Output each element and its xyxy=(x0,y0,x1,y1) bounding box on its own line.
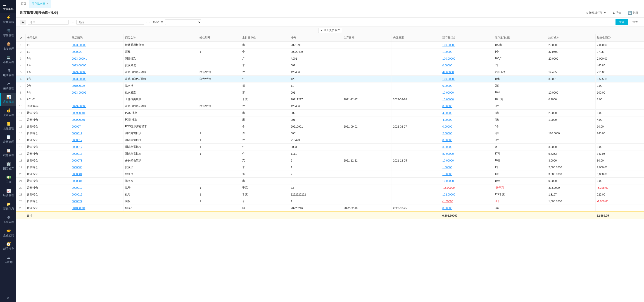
table-row[interactable]: 6 1号 0023-00008 富减（白色/巧情） 白色/巧情 件 123 10… xyxy=(16,76,644,82)
settings-icon-col[interactable]: ⚙ xyxy=(20,36,22,39)
table-row[interactable]: 2 11 0000029 展板 1 个 20220429 1.00000 1个 … xyxy=(16,49,644,55)
export-button[interactable]: ⬇ 导出 xyxy=(610,10,624,16)
cell-qty-main[interactable]: 0.00000 xyxy=(441,82,493,89)
sidebar-item-quick-nav[interactable]: ⚡ 快捷导航 xyxy=(0,13,16,26)
table-row[interactable]: 9 A01-01 子件母类规格 千克 20211217 2021-12-17 2… xyxy=(16,96,644,103)
col-product-code[interactable]: 商品编码 xyxy=(70,34,124,42)
table-row[interactable]: 3 1号 0023-0000... 测测批次 斤 A001 100.00000 … xyxy=(16,55,644,62)
cell-qty-main[interactable]: 1.00000 xyxy=(441,49,493,55)
col-produce-date[interactable]: 生产日期 xyxy=(342,34,392,42)
col-cost[interactable]: 结存成本 xyxy=(547,34,595,42)
cell-qty-main[interactable]: 122.00000 xyxy=(441,191,493,198)
table-row[interactable]: 10 测试遴选2 0023-00008 富减（白色/巧情） 白色/巧情 件 12… xyxy=(16,103,644,110)
cell-qty-main[interactable]: 1.00000 xyxy=(441,171,493,178)
cell-qty-main[interactable]: 10.00000 xyxy=(441,96,493,103)
cell-qty-main[interactable]: 100.00000 xyxy=(441,55,493,62)
table-row[interactable]: 12 晋省裕仓 000900001 POS 批次 米 001 4.00000 4… xyxy=(16,116,644,123)
table-row[interactable]: 16 晋省裕仓 0000017 测试电雷批次 1 件 0003 3.00000 … xyxy=(16,144,644,150)
tab-inventory-batch[interactable]: 库存批次查 ✕ xyxy=(29,0,51,8)
sidebar-item-cloud[interactable]: ☁ 云应用 xyxy=(0,253,16,266)
refresh-button[interactable]: 🔄 刷新 xyxy=(626,10,640,16)
cell-qty-main[interactable]: -16.00000 xyxy=(441,184,493,191)
product-filter[interactable] xyxy=(76,20,144,25)
table-row[interactable]: 8 2号 0023-00005 批次遴选 米 001 10.00000 10米 … xyxy=(16,89,644,96)
cell-qty-main[interactable]: 87.00000 xyxy=(441,150,493,157)
cell-qty-main[interactable]: 4.00000 xyxy=(441,116,493,123)
sidebar-item-ecommerce[interactable]: 🖥 电商管理 xyxy=(0,66,16,80)
table-row[interactable]: 7 2号 001000026 批次框 筐 11 0.00000 0筐 0.00 xyxy=(16,82,644,89)
sidebar-item-wholesale[interactable]: 📦 批发管理 xyxy=(0,40,16,53)
sidebar-item-inventory[interactable]: 📊 库存核算 xyxy=(0,93,16,106)
cell-qty-main[interactable]: 10.00000 xyxy=(441,89,493,96)
more-conditions-button[interactable]: ▼ 展开更多条件 xyxy=(318,28,342,33)
cell-qty-main[interactable]: 10.00000 xyxy=(441,157,493,164)
table-row[interactable]: 25 晋省裕仓 001000031 鲜肉A 箱 20220216 2022-02… xyxy=(16,205,644,212)
col-unit[interactable]: 主计量单位 xyxy=(241,34,289,42)
cell-qty-main[interactable]: 0.00000 xyxy=(441,123,493,130)
table-row[interactable]: 24 晋省裕仓 0000029 展板 1 个 1 -1.00000 -1个 1,… xyxy=(16,198,644,205)
cell-qty-main[interactable]: 0.00000 xyxy=(441,103,493,110)
table-row[interactable]: 19 晋省裕仓 0000084 批次次 米 1 1.00000 1米 2,000… xyxy=(16,164,644,171)
cell-qty-main[interactable]: 100.00000 xyxy=(441,42,493,49)
filter-expand-btn[interactable]: ▶ xyxy=(20,20,26,25)
table-row[interactable]: 4 1号 0023-00005 批次遴选 米 001 0.00000 0米 44… xyxy=(16,62,644,69)
sidebar-item-collab[interactable]: 🤝 企业协同 xyxy=(0,226,16,240)
sidebar-item-purchase[interactable]: 🛍 采购管理 xyxy=(0,80,16,93)
cell-qty-main[interactable]: 0.00000 xyxy=(441,205,493,212)
sidebar-item-accounting[interactable]: 📒 总账管理 xyxy=(0,119,16,133)
sidebar-item-basic[interactable]: 📁 基础信息 xyxy=(0,200,16,213)
cell-qty-main[interactable]: 49.60000 xyxy=(441,69,493,76)
table-row[interactable]: 21 晋省裕仓 0000084 批次次 米 3 10.00000 10米 0.0… xyxy=(16,178,644,184)
sidebar-item-guide[interactable]: 🧭 新手引导 xyxy=(0,240,16,253)
col-qty-aux[interactable]: 现存量(包量) xyxy=(493,34,547,42)
query-button[interactable]: 查询 xyxy=(616,19,628,25)
cell-index: 2 xyxy=(16,49,25,55)
table-row[interactable]: 13 晋省裕仓 000097 POS显示库存异常 个 20210901 2021… xyxy=(16,123,644,130)
cell-warehouse: 晋省裕仓 xyxy=(25,157,70,164)
col-spec[interactable]: 规格型号 xyxy=(198,34,241,42)
cell-qty-main[interactable]: 100.00000 xyxy=(441,76,493,82)
col-qty-main[interactable]: 现存量(主) xyxy=(441,34,493,42)
cell-qty-main[interactable]: 0.00000 xyxy=(441,62,493,69)
sidebar-item-tax[interactable]: 📋 税务管理 xyxy=(0,146,16,160)
sidebar-item-fixed-assets[interactable]: 🏢 固定资产 xyxy=(0,160,16,173)
sidebar-item-label: 工资 xyxy=(6,180,11,184)
table-row[interactable]: 11 晋省裕仓 000900001 POS 批次 米 002 4.00000 4… xyxy=(16,110,644,116)
col-expire-date[interactable]: 失效日期 xyxy=(392,34,441,42)
sidebar-item-ops[interactable]: 📈 经营管理 xyxy=(0,186,16,200)
col-warehouse[interactable]: 仓库名称 xyxy=(25,34,70,42)
sidebar-item-finance[interactable]: 💰 资金管理 xyxy=(0,106,16,119)
col-balance[interactable]: 结存金额① xyxy=(595,34,644,42)
sidebar-logo[interactable]: ☰ 搜索菜单 xyxy=(0,0,16,13)
table-row[interactable]: 23 晋省裕仓 0000012 批号 1 千克 1222222222 122.0… xyxy=(16,191,644,198)
warehouse-filter[interactable] xyxy=(28,20,68,25)
col-product-name[interactable]: 商品名称 xyxy=(124,34,198,42)
sidebar-item-ecommerce-small[interactable]: 💻 小额电商 xyxy=(0,53,16,66)
table-row[interactable]: 1 11 0023-00009 软硬通用树脂管 米 2021098 100.00… xyxy=(16,42,644,49)
cell-qty-main[interactable]: 1.00000 xyxy=(441,164,493,171)
settings-button[interactable]: 设置 xyxy=(630,19,640,25)
tab-close-icon[interactable]: ✕ xyxy=(46,3,48,5)
table-row[interactable]: 5 1号 0023-00005 富减（白色/巧情） 白色/巧情 件 123456… xyxy=(16,69,644,76)
cell-qty-main[interactable]: 10.00000 xyxy=(441,178,493,184)
sidebar-item-invoice[interactable]: 🧾 发票管理 xyxy=(0,133,16,146)
category-filter[interactable] xyxy=(165,20,201,25)
print-button[interactable]: 🖨 按模板打印 ▼ xyxy=(583,10,608,16)
col-batch-no[interactable]: 批号 xyxy=(289,34,342,42)
table-row[interactable]: 15 晋省裕仓 0000017 测试电雷批次 1 件 210423 0.0000… xyxy=(16,137,644,144)
cell-qty-main[interactable]: 3.00000 xyxy=(441,144,493,150)
tab-home[interactable]: 首页 xyxy=(18,0,29,8)
sidebar-item-system[interactable]: ⚙ 系统管理 xyxy=(0,213,16,226)
cell-qty-main[interactable]: 2.00000 xyxy=(441,130,493,137)
cell-qty-main[interactable]: 0.00000 xyxy=(441,137,493,144)
table-row[interactable]: 18 晋省裕仓 0000078 多头异色软线 支 2 2021-12-21 20… xyxy=(16,157,644,164)
cell-qty-main[interactable]: 4.00000 xyxy=(441,110,493,116)
sidebar-settings[interactable]: ⚙ xyxy=(0,294,16,302)
table-row[interactable]: 20 晋省裕仓 0000084 批次次 米 2 1.00000 1米 3,000… xyxy=(16,171,644,178)
sidebar-item-payroll[interactable]: 💵 工资 xyxy=(0,173,16,186)
sidebar-item-sales[interactable]: 🛒 零售管理 xyxy=(0,26,16,40)
table-row[interactable]: 22 晋省裕仓 0000012 批号 1 千克 33 -16.00000 -16… xyxy=(16,184,644,191)
cell-qty-main[interactable]: -1.00000 xyxy=(441,198,493,205)
table-row[interactable]: 14 晋省裕仓 0000017 测试电雷批次 1 件 0001 2.00000 … xyxy=(16,130,644,137)
table-row[interactable]: 17 晋省裕仓 0000017 测试电雷批次 1 件 1111 87.00000… xyxy=(16,150,644,157)
